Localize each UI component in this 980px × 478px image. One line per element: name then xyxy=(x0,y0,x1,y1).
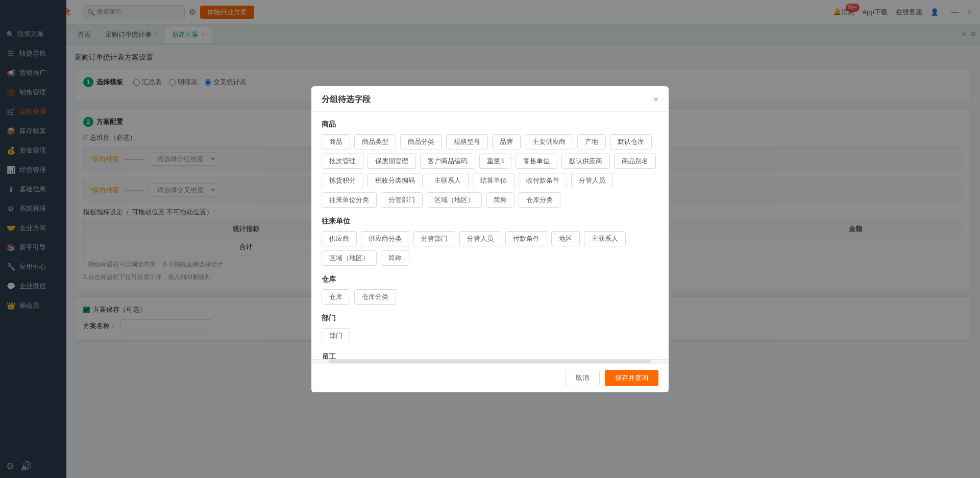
field-tag[interactable]: 分管人员 xyxy=(459,231,501,246)
field-tag[interactable]: 仓库分类 xyxy=(354,289,396,305)
field-tag[interactable]: 供应商分类 xyxy=(361,231,409,246)
field-tag[interactable]: 收付款条件 xyxy=(519,173,567,188)
field-tag[interactable]: 主联系人 xyxy=(427,173,469,188)
field-tag[interactable]: 商品 xyxy=(322,134,350,149)
field-group-goods: 商品 商品 商品类型 商品分类 规格型号 品牌 主要供应商 产地 默认仓库 批次… xyxy=(322,120,658,208)
field-tags-partner: 供应商 供应商分类 分管部门 分管人员 付款条件 地区 主联系人 区域（地区） … xyxy=(322,231,658,266)
field-tag[interactable]: 批次管理 xyxy=(322,154,363,169)
modal-title: 分组待选字段 xyxy=(322,94,371,105)
field-tag[interactable]: 保质期管理 xyxy=(368,154,416,169)
field-tag[interactable]: 主要供应商 xyxy=(525,134,573,149)
field-tag[interactable]: 默认仓库 xyxy=(610,134,652,149)
field-tag[interactable]: 简称 xyxy=(486,192,514,208)
field-tag[interactable]: 客户商品编码 xyxy=(420,154,475,169)
field-tag[interactable]: 商品类型 xyxy=(354,134,396,149)
field-tag[interactable]: 重量3 xyxy=(479,154,511,169)
field-group-partner-title: 往来单位 xyxy=(322,217,658,226)
field-tag[interactable]: 商品别名 xyxy=(614,154,656,169)
field-tag[interactable]: 品牌 xyxy=(492,134,521,149)
field-tag[interactable]: 地区 xyxy=(551,231,580,246)
field-tag[interactable]: 仓库 xyxy=(322,289,350,305)
field-tag[interactable]: 分管人员 xyxy=(571,173,613,188)
field-group-dept: 部门 部门 xyxy=(322,314,658,343)
field-tag[interactable]: 付款条件 xyxy=(505,231,547,246)
field-tag[interactable]: 供应商 xyxy=(322,231,357,246)
field-tag[interactable]: 分管部门 xyxy=(381,192,423,208)
horizontal-scroll-thumb xyxy=(329,360,651,363)
modal-overlay: 分组待选字段 × 商品 商品 商品类型 商品分类 规格型号 品牌 主要供应商 产… xyxy=(0,0,980,478)
field-tag[interactable]: 部门 xyxy=(322,328,350,343)
field-tag[interactable]: 分管部门 xyxy=(413,231,455,246)
field-tag[interactable]: 仓库分类 xyxy=(519,192,560,208)
field-tag[interactable]: 税收分类编码 xyxy=(368,173,423,188)
modal-confirm-button[interactable]: 保存并查询 xyxy=(605,370,658,386)
modal-dialog: 分组待选字段 × 商品 商品 商品类型 商品分类 规格型号 品牌 主要供应商 产… xyxy=(311,86,669,392)
field-tag[interactable]: 产地 xyxy=(577,134,606,149)
modal-cancel-button[interactable]: 取消 xyxy=(565,370,600,386)
field-group-staff: 员工 业务员 xyxy=(322,353,658,360)
field-tag[interactable]: 商品分类 xyxy=(400,134,442,149)
field-tag[interactable]: 主联系人 xyxy=(584,231,626,246)
field-group-goods-title: 商品 xyxy=(322,120,658,129)
field-tag[interactable]: 简称 xyxy=(381,250,409,266)
modal-horizontal-scroll[interactable] xyxy=(311,359,669,363)
field-tag[interactable]: 规格型号 xyxy=(446,134,488,149)
field-group-dept-title: 部门 xyxy=(322,314,658,323)
modal-header: 分组待选字段 × xyxy=(311,86,669,112)
modal-body: 商品 商品 商品类型 商品分类 规格型号 品牌 主要供应商 产地 默认仓库 批次… xyxy=(311,112,669,360)
field-tag[interactable]: 拣货积分 xyxy=(322,173,363,188)
field-tag[interactable]: 往来单位分类 xyxy=(322,192,377,208)
field-tag[interactable]: 默认供应商 xyxy=(561,154,610,169)
field-group-warehouse-title: 仓库 xyxy=(322,275,658,284)
field-tag[interactable]: 区域（地区） xyxy=(322,250,377,266)
modal-close-button[interactable]: × xyxy=(653,94,658,105)
field-tag[interactable]: 零售单位 xyxy=(516,154,557,169)
field-tag[interactable]: 结算单位 xyxy=(473,173,514,188)
modal-footer: 取消 保存并查询 xyxy=(311,363,669,392)
field-tags-warehouse: 仓库 仓库分类 xyxy=(322,289,658,305)
field-tag[interactable]: 区域（地区） xyxy=(427,192,482,208)
field-group-staff-title: 员工 xyxy=(322,353,658,360)
field-tags-goods: 商品 商品类型 商品分类 规格型号 品牌 主要供应商 产地 默认仓库 批次管理 … xyxy=(322,134,658,208)
field-group-partner: 往来单位 供应商 供应商分类 分管部门 分管人员 付款条件 地区 主联系人 区域… xyxy=(322,217,658,266)
field-group-warehouse: 仓库 仓库 仓库分类 xyxy=(322,275,658,305)
field-tags-dept: 部门 xyxy=(322,328,658,343)
